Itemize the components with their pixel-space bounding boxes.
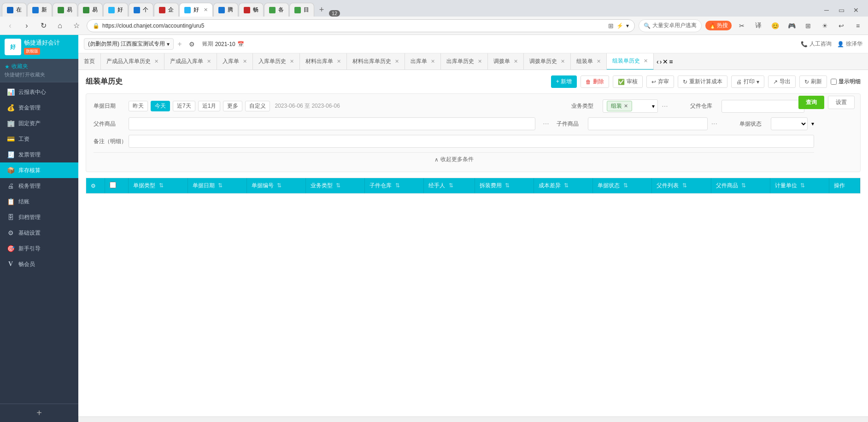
sidebar-item-tax[interactable]: 🖨 税务管理	[0, 178, 78, 194]
col-header-biz-type[interactable]: 业务类型 ⇅	[306, 178, 365, 193]
parent-goods-more-btn[interactable]: ···	[543, 120, 549, 128]
menu-icon[interactable]: ≡	[851, 19, 864, 32]
bottom-scrollbar[interactable]	[78, 416, 868, 422]
translate-icon[interactable]: 译	[752, 19, 765, 32]
table-settings-header[interactable]: ⚙	[86, 178, 105, 193]
parent-goods-input[interactable]	[129, 117, 535, 130]
delete-button[interactable]: 🗑 删除	[581, 75, 609, 88]
tab-prev-icon[interactable]: ‹	[657, 58, 659, 65]
nav-tab-outbound[interactable]: 出库单 ✕	[405, 53, 441, 70]
sidebar-item-settings[interactable]: ⚙ 基础设置	[0, 225, 78, 241]
close-tab-kit[interactable]: ✕	[597, 58, 601, 64]
nav-tab-production-inbound[interactable]: 产成品入库单 ✕	[164, 53, 217, 70]
close-tab-outbound[interactable]: ✕	[431, 58, 435, 64]
reload-button[interactable]: ↻	[37, 19, 50, 32]
close-tab-production-inbound[interactable]: ✕	[207, 58, 211, 64]
date-btn-today[interactable]: 今天	[151, 101, 170, 111]
bookmark-title[interactable]: ★ 收藏夹	[5, 63, 74, 70]
maximize-button[interactable]: ▭	[835, 4, 848, 17]
sidebar-item-payroll[interactable]: 💳 工资	[0, 131, 78, 147]
browser-tab-7[interactable]: 企	[154, 3, 179, 17]
browser-tab-6[interactable]: 个	[129, 3, 153, 17]
close-tab-outbound-history[interactable]: ✕	[478, 58, 482, 64]
query-button[interactable]: 查询	[798, 96, 824, 109]
browser-tab-10[interactable]: 畅	[239, 3, 264, 17]
calendar-icon[interactable]: 📅	[237, 41, 244, 47]
show-detail-checkbox-label[interactable]: 显示明细	[831, 78, 861, 86]
date-btn-custom[interactable]: 自定义	[245, 101, 270, 111]
sub-goods-more-btn[interactable]: ···	[711, 120, 717, 128]
nav-tab-inbound[interactable]: 入库单 ✕	[217, 53, 253, 70]
browser-tab-8[interactable]: 好 ✕	[179, 3, 213, 17]
close-tab-inbound-history[interactable]: ✕	[290, 58, 294, 64]
close-tab-assembly-history[interactable]: ✕	[561, 58, 565, 64]
company-selector[interactable]: (勿删勿禁用) 江西服宝测试专用 ▾	[84, 38, 174, 50]
sidebar-item-settlement[interactable]: 📋 结账	[0, 194, 78, 209]
browser-tab-2[interactable]: 新	[27, 3, 52, 17]
print-button[interactable]: 🖨 打印 ▾	[731, 75, 764, 88]
biz-type-more-btn[interactable]: ···	[662, 102, 668, 110]
settings-gear-icon[interactable]: ⚙	[186, 38, 199, 51]
col-header-order-status[interactable]: 单据状态 ⇅	[593, 178, 652, 193]
emoji-icon[interactable]: 😊	[768, 19, 781, 32]
col-header-handler[interactable]: 经手人 ⇅	[424, 178, 475, 193]
sidebar-add-button[interactable]: +	[0, 404, 78, 422]
set-button[interactable]: 设置	[828, 96, 855, 109]
nav-tab-material-outbound[interactable]: 材料出库单 ✕	[300, 53, 347, 70]
tab-count[interactable]: 12	[329, 10, 340, 17]
close-tab-inbound[interactable]: ✕	[243, 58, 247, 64]
undo-icon[interactable]: ↩	[835, 19, 848, 32]
date-btn-7days[interactable]: 近7天	[173, 101, 195, 111]
col-header-disassembly-fee[interactable]: 拆装费用 ⇅	[475, 178, 534, 193]
tab-close-all-icon[interactable]: ✕	[663, 58, 668, 65]
scissors-icon[interactable]: ✂	[735, 19, 748, 32]
search-bar[interactable]: 🔍 大量安卓用户逃离	[639, 19, 702, 32]
tab-next-icon[interactable]: ›	[660, 58, 662, 65]
refresh-button[interactable]: ↻ 刷新	[799, 75, 827, 88]
order-status-select[interactable]: 草稿 已审核 已弃审	[771, 117, 808, 130]
show-detail-checkbox[interactable]	[831, 79, 837, 85]
browser-tab-11[interactable]: 各	[264, 3, 289, 17]
browser-tab-4[interactable]: 易	[78, 3, 103, 17]
grid-icon[interactable]: ⊞	[802, 19, 815, 32]
tab-close-8[interactable]: ✕	[204, 7, 208, 13]
sidebar-item-invoice[interactable]: 🧾 发票管理	[0, 147, 78, 162]
nav-tab-kit[interactable]: 组装单 ✕	[571, 53, 607, 70]
back-button[interactable]: ‹	[4, 19, 17, 32]
tab-menu-icon[interactable]: ≡	[669, 58, 673, 65]
col-header-cost-diff[interactable]: 成本差异 ⇅	[534, 178, 593, 193]
col-header-date[interactable]: 单据日期 ⇅	[188, 178, 246, 193]
audit-button[interactable]: ✅ 审核	[613, 75, 643, 88]
theme-icon[interactable]: ☀	[818, 19, 831, 32]
date-btn-more[interactable]: 更多	[223, 101, 242, 111]
sidebar-item-inventory[interactable]: 📦 库存核算	[0, 162, 78, 178]
customer-service-button[interactable]: 📞 人工咨询	[801, 40, 832, 48]
sidebar-item-member[interactable]: V 畅会员	[0, 256, 78, 272]
date-btn-yesterday[interactable]: 昨天	[129, 101, 148, 111]
minimize-button[interactable]: ─	[820, 4, 833, 17]
browser-tab-3[interactable]: 易	[53, 3, 77, 17]
nav-tab-assembly-history[interactable]: 调拨单历史 ✕	[524, 53, 571, 70]
nav-tab-assembly[interactable]: 调拨单 ✕	[488, 53, 524, 70]
close-tab-material-outbound[interactable]: ✕	[337, 58, 341, 64]
export-button[interactable]: ↗ 导出	[768, 75, 796, 88]
col-header-parent-goods[interactable]: 父件商品 ⇅	[711, 178, 770, 193]
new-tab-button[interactable]: +	[315, 3, 328, 17]
sidebar-item-guide[interactable]: 🎯 新手引导	[0, 241, 78, 256]
select-all-checkbox[interactable]	[110, 182, 116, 188]
sub-goods-input[interactable]	[588, 117, 708, 130]
close-tab-material-outbound-history[interactable]: ✕	[395, 58, 399, 64]
close-button[interactable]: ✕	[850, 4, 862, 17]
forward-button[interactable]: ›	[20, 19, 33, 32]
home-button[interactable]: ⌂	[53, 19, 66, 32]
browser-tab-12[interactable]: 目	[289, 3, 314, 17]
game-icon[interactable]: 🎮	[785, 19, 798, 32]
col-header-number[interactable]: 单据编号 ⇅	[246, 178, 305, 193]
table-settings-icon[interactable]: ⚙	[91, 183, 96, 189]
date-btn-1month[interactable]: 近1月	[198, 101, 221, 111]
parent-warehouse-input[interactable]	[721, 100, 804, 113]
abandon-button[interactable]: ↩ 弃审	[646, 75, 674, 88]
hot-search-badge[interactable]: 🔥 热搜	[705, 21, 732, 30]
close-tab-kit-history[interactable]: ✕	[644, 58, 648, 64]
add-company-btn[interactable]: +	[177, 40, 182, 48]
